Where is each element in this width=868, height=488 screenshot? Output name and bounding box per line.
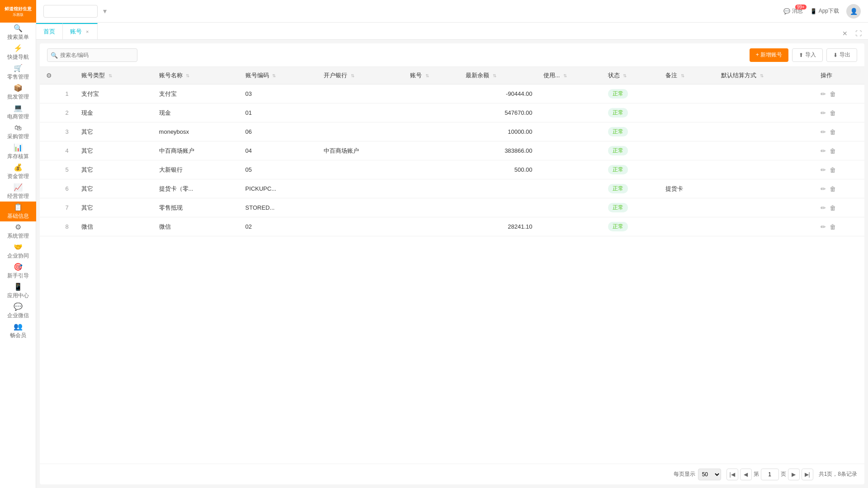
cell-remark-6 bbox=[660, 198, 716, 217]
sort-icon-code: ⇅ bbox=[272, 73, 276, 78]
column-setting-button[interactable]: ⚙ bbox=[46, 72, 52, 79]
next-page-button[interactable]: ▶ bbox=[788, 469, 800, 480]
account-search-input[interactable] bbox=[47, 48, 137, 62]
import-button[interactable]: ⬆ 导入 bbox=[792, 48, 823, 62]
page-input[interactable] bbox=[761, 469, 779, 480]
account-toolbar: 🔍 + 新增账号 ⬆ 导入 ⬇ 导出 bbox=[40, 43, 864, 67]
delete-icon-4[interactable]: 🗑 bbox=[830, 166, 836, 174]
account-tab-label: 账号 bbox=[70, 28, 82, 36]
edit-icon-4[interactable]: ✏ bbox=[821, 166, 826, 174]
last-page-button[interactable]: ▶| bbox=[802, 469, 813, 480]
sidebar-item-14[interactable]: 💬企业微信 bbox=[0, 301, 36, 321]
sidebar-item-1[interactable]: ⚡快捷导航 bbox=[0, 42, 36, 62]
edit-icon-6[interactable]: ✏ bbox=[821, 204, 826, 211]
th-type[interactable]: 账号类型 ⇅ bbox=[76, 67, 154, 84]
cell-status-5: 正常 bbox=[603, 179, 660, 198]
sidebar-item-13[interactable]: 📱应用中心 bbox=[0, 281, 36, 301]
edit-icon-2[interactable]: ✏ bbox=[821, 128, 826, 136]
sidebar-icon-12: 🎯 bbox=[14, 263, 23, 271]
first-page-button[interactable]: |◀ bbox=[726, 469, 738, 480]
tab-account[interactable]: 账号 × bbox=[63, 23, 98, 39]
cell-index-1: 2 bbox=[58, 103, 76, 122]
sidebar-icon-10: ⚙ bbox=[15, 223, 21, 231]
sidebar-item-10[interactable]: ⚙系统管理 bbox=[0, 221, 36, 241]
sidebar-item-4[interactable]: 💻电商管理 bbox=[0, 102, 36, 122]
cell-default-settle-3 bbox=[716, 141, 815, 160]
th-setting[interactable]: ⚙ bbox=[40, 67, 58, 84]
sidebar-label-4: 电商管理 bbox=[7, 113, 29, 121]
cell-code-1: 01 bbox=[240, 103, 318, 122]
sidebar-item-12[interactable]: 🎯新手引导 bbox=[0, 261, 36, 281]
th-remark[interactable]: 备注 ⇅ bbox=[660, 67, 716, 84]
user-avatar[interactable]: 👤 bbox=[846, 4, 861, 19]
sidebar-item-11[interactable]: 🤝企业协同 bbox=[0, 241, 36, 261]
th-name[interactable]: 账号名称 ⇅ bbox=[154, 67, 240, 84]
sidebar-item-8[interactable]: 📈经营管理 bbox=[0, 182, 36, 202]
cell-name-2: moneybosx bbox=[154, 122, 240, 141]
export-button[interactable]: ⬇ 导出 bbox=[826, 48, 857, 62]
maximize-window-button[interactable]: ⛶ bbox=[853, 28, 864, 39]
close-window-button[interactable]: ✕ bbox=[839, 28, 851, 39]
cell-action-4: ✏ 🗑 bbox=[815, 160, 864, 179]
status-badge-6: 正常 bbox=[608, 203, 628, 212]
prev-page-button[interactable]: ◀ bbox=[740, 469, 752, 480]
edit-icon-3[interactable]: ✏ bbox=[821, 147, 826, 155]
cell-code-5: PICKUPC... bbox=[240, 179, 318, 198]
tab-home[interactable]: 首页 bbox=[36, 23, 63, 39]
delete-icon-0[interactable]: 🗑 bbox=[830, 90, 836, 98]
edit-icon-1[interactable]: ✏ bbox=[821, 109, 826, 117]
th-default-settle[interactable]: 默认结算方式 ⇅ bbox=[716, 67, 815, 84]
th-usage[interactable]: 使用... ⇅ bbox=[538, 67, 603, 84]
delete-icon-3[interactable]: 🗑 bbox=[830, 147, 836, 155]
sidebar-icon-15: 👥 bbox=[14, 322, 23, 331]
table-body: 1 支付宝 支付宝 03 -90444.00 正常 ✏ 🗑 2 现金 现金 01… bbox=[40, 84, 864, 236]
sidebar-item-15[interactable]: 👥畅会员 bbox=[0, 321, 36, 341]
account-table: ⚙ 账号类型 ⇅ 账号名称 ⇅ 账号编码 ⇅ 开户银行 ⇅ 账号 ⇅ 最新余额 … bbox=[40, 67, 864, 236]
add-account-button[interactable]: + 新增账号 bbox=[750, 48, 788, 62]
action-icons-4: ✏ 🗑 bbox=[821, 166, 859, 174]
cell-bank-7 bbox=[318, 217, 405, 236]
sidebar-item-0[interactable]: 🔍搜索菜单 bbox=[0, 23, 36, 42]
message-button[interactable]: 💬 消息 99+ bbox=[783, 7, 803, 15]
delete-icon-2[interactable]: 🗑 bbox=[830, 128, 836, 136]
action-icons-1: ✏ 🗑 bbox=[821, 109, 859, 117]
delete-icon-6[interactable]: 🗑 bbox=[830, 204, 836, 211]
sidebar-item-3[interactable]: 📦批发管理 bbox=[0, 82, 36, 102]
th-account[interactable]: 账号 ⇅ bbox=[405, 67, 460, 84]
delete-icon-1[interactable]: 🗑 bbox=[830, 109, 836, 117]
delete-icon-7[interactable]: 🗑 bbox=[830, 223, 836, 230]
pagination: |◀ ◀ 第 页 ▶ ▶| bbox=[726, 469, 813, 480]
th-status[interactable]: 状态 ⇅ bbox=[603, 67, 660, 84]
cell-name-1: 现金 bbox=[154, 103, 240, 122]
cell-default-settle-5 bbox=[716, 179, 815, 198]
sidebar-label-0: 搜索菜单 bbox=[7, 33, 29, 41]
th-bank[interactable]: 开户银行 ⇅ bbox=[318, 67, 405, 84]
topbar-search-input[interactable] bbox=[43, 5, 98, 18]
edit-icon-7[interactable]: ✏ bbox=[821, 223, 826, 230]
sidebar-item-2[interactable]: 🛒零售管理 bbox=[0, 62, 36, 82]
app-logo: 鲜道馆好生意 乐惠版 bbox=[0, 0, 36, 23]
cell-balance-6 bbox=[460, 198, 538, 217]
sidebar-item-9[interactable]: 📋基础信息 bbox=[0, 202, 36, 221]
tab-close-icon[interactable]: × bbox=[85, 28, 90, 35]
delete-icon-5[interactable]: 🗑 bbox=[830, 185, 836, 192]
app-download-button[interactable]: 📱 App下载 bbox=[810, 7, 839, 15]
sidebar-icon-0: 🔍 bbox=[14, 24, 23, 33]
app-download-icon: 📱 bbox=[810, 8, 817, 14]
sidebar-item-7[interactable]: 💰资金管理 bbox=[0, 162, 36, 182]
sidebar-item-5[interactable]: 🛍采购管理 bbox=[0, 122, 36, 142]
topbar-dropdown-icon[interactable]: ▾ bbox=[103, 7, 107, 15]
cell-account-2 bbox=[405, 122, 460, 141]
cell-account-3 bbox=[405, 141, 460, 160]
th-balance[interactable]: 最新余额 ⇅ bbox=[460, 67, 538, 84]
cell-remark-3 bbox=[660, 141, 716, 160]
edit-icon-5[interactable]: ✏ bbox=[821, 185, 826, 192]
sort-icon-default-settle: ⇅ bbox=[760, 73, 764, 78]
logo-sub: 乐惠版 bbox=[13, 12, 24, 17]
toolbar-right: + 新增账号 ⬆ 导入 ⬇ 导出 bbox=[750, 48, 857, 62]
th-code[interactable]: 账号编码 ⇅ bbox=[240, 67, 318, 84]
page-size-select[interactable]: 50 100 bbox=[698, 469, 721, 480]
sidebar-item-6[interactable]: 📊库存核算 bbox=[0, 142, 36, 162]
edit-icon-0[interactable]: ✏ bbox=[821, 90, 826, 98]
cell-type-7: 微信 bbox=[76, 217, 154, 236]
